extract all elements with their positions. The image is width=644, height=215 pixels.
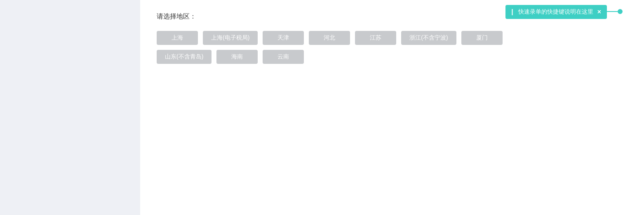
region-row-1: 上海上海(电子税局)天津河北江苏浙江(不含宁波)厦门 bbox=[157, 31, 628, 45]
tooltip-indicator-dot bbox=[618, 9, 623, 14]
region-row-2: 山东(不含青岛)海南云南 bbox=[157, 50, 628, 64]
region-button-tianjin[interactable]: 天津 bbox=[263, 31, 304, 45]
tooltip-close-button[interactable]: × bbox=[597, 9, 601, 15]
region-button-yunnan[interactable]: 云南 bbox=[263, 50, 304, 64]
region-button-shanghai[interactable]: 上海 bbox=[157, 31, 198, 45]
region-button-xiamen[interactable]: 厦门 bbox=[461, 31, 503, 45]
tooltip-text: 快速录单的快捷键说明在这里 bbox=[518, 8, 593, 16]
region-button-jiangsu[interactable]: 江苏 bbox=[355, 31, 396, 45]
tooltip-connector-line bbox=[607, 11, 618, 12]
region-button-hebei[interactable]: 河北 bbox=[309, 31, 350, 45]
main-content: 请选择地区： 上海上海(电子税局)天津河北江苏浙江(不含宁波)厦门 山东(不含青… bbox=[140, 0, 644, 215]
region-button-hainan[interactable]: 海南 bbox=[216, 50, 258, 64]
region-button-shanghai-etax[interactable]: 上海(电子税局) bbox=[203, 31, 258, 45]
left-sidebar bbox=[0, 0, 140, 215]
region-button-shandong[interactable]: 山东(不含青岛) bbox=[157, 50, 212, 64]
region-button-zhejiang[interactable]: 浙江(不含宁波) bbox=[401, 31, 456, 45]
tooltip-banner: 快速录单的快捷键说明在这里 × bbox=[505, 5, 607, 19]
